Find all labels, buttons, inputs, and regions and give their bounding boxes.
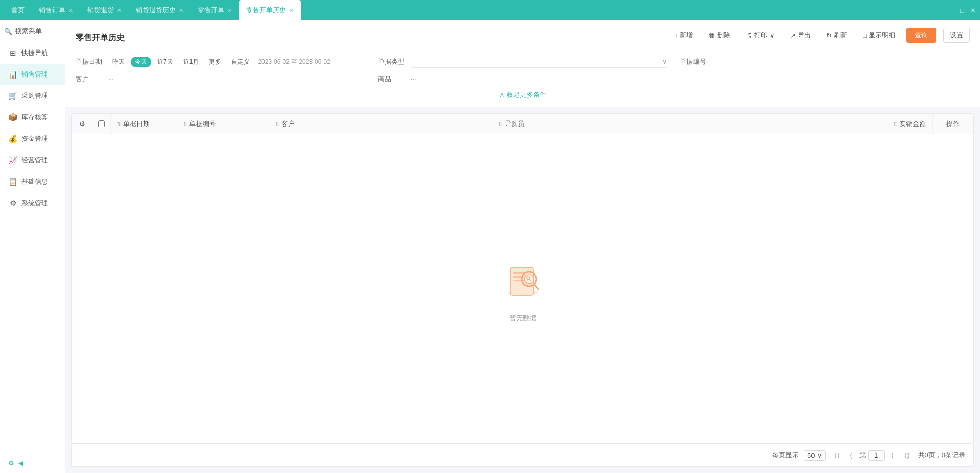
window-close[interactable]: ✕ (970, 7, 976, 14)
page-last-btn[interactable]: ⟩⟩ (901, 449, 913, 461)
sidebar-item-quick-nav[interactable]: ⊞ 快捷导航 (0, 42, 65, 64)
filter-doc-type-label: 单据类型 (378, 57, 407, 66)
page-current[interactable]: 1 (868, 450, 885, 461)
print-button[interactable]: 🖨 打印 ∨ (742, 29, 779, 42)
sort-customer-icon: ⇅ (275, 121, 279, 127)
date-range: 2023-06-02 至 2023-06-02 (258, 58, 330, 66)
print-icon: 🖨 (746, 32, 752, 39)
sort-guide-icon: ⇅ (498, 121, 503, 127)
sidebar-collapse-icon[interactable]: ◀ (18, 459, 23, 467)
tab-sales-return-history-close[interactable]: ✕ (179, 8, 183, 13)
date-btn-last7[interactable]: 近7天 (153, 57, 177, 67)
checkbox-icon: □ (863, 32, 867, 39)
content-area: 零售开单历史 + 新增 🗑 删除 🖨 打印 ∨ ↗ 导出 (65, 20, 980, 473)
sales-mgmt-icon: 📊 (8, 70, 17, 79)
th-date[interactable]: ⇅ 单据日期 (111, 114, 177, 134)
date-btn-more[interactable]: 更多 (205, 57, 225, 67)
th-settings[interactable]: ⚙ (72, 114, 92, 134)
th-customer[interactable]: ⇅ 客户 (269, 114, 492, 134)
page-prev-btn[interactable]: ⟨ (845, 449, 857, 461)
export-button-label: 导出 (798, 31, 811, 40)
tab-sales-return[interactable]: 销货退货 ✕ (80, 0, 129, 20)
tab-sales-return-history[interactable]: 销货退货历史 ✕ (129, 0, 190, 20)
filter-goods-input[interactable]: ··· (411, 73, 668, 85)
sidebar-item-purchase-mgmt[interactable]: 🛒 采购管理 (0, 85, 65, 107)
settings-button[interactable]: 设置 (943, 28, 970, 43)
page-size-arrow: ∨ (817, 452, 822, 459)
page-header: 零售开单历史 + 新增 🗑 删除 🖨 打印 ∨ ↗ 导出 (65, 20, 980, 48)
sidebar-search-inner[interactable]: 🔍 搜索采单 (4, 27, 61, 36)
tab-retail-open-close[interactable]: ✕ (227, 8, 232, 13)
query-button[interactable]: 查询 (906, 28, 936, 43)
page-nav: ⟨⟨ ⟨ 第 1 ⟩ ⟩⟩ (831, 449, 913, 461)
tab-sales-order[interactable]: 销售订单 ✕ (32, 0, 80, 20)
window-maximize[interactable]: □ (960, 7, 964, 14)
filter-goods: 商品 ··· (378, 73, 668, 85)
tab-retail-open-history-close[interactable]: ✕ (289, 8, 294, 13)
th-checkbox[interactable] (92, 114, 111, 134)
tab-retail-open[interactable]: 零售开单 ✕ (190, 0, 239, 20)
page-size-select[interactable]: 50 ∨ (804, 450, 825, 461)
display-detail-label: 显示明细 (869, 31, 895, 40)
tab-sales-return-close[interactable]: ✕ (117, 8, 122, 13)
th-customer-label: 客户 (281, 119, 295, 129)
sidebar-bottom[interactable]: ⚙ ◀ (0, 453, 65, 473)
settings-button-label: 设置 (950, 31, 963, 40)
th-spacer (543, 114, 871, 134)
sidebar-item-finance-label: 资金管理 (21, 134, 48, 143)
tab-home-label: 首页 (11, 6, 25, 15)
sort-date-icon: ⇅ (117, 121, 121, 127)
filter-customer: 客户 ··· (76, 73, 366, 85)
toolbar: + 新增 🗑 删除 🖨 打印 ∨ ↗ 导出 ↻ 刷新 (670, 28, 970, 48)
th-amount[interactable]: ⇅ 实销金额 (871, 114, 933, 134)
date-btn-yesterday[interactable]: 昨天 (108, 57, 129, 67)
basic-info-icon: 📋 (8, 177, 17, 186)
export-icon: ↗ (790, 32, 796, 39)
th-no[interactable]: ⇅ 单据编号 (177, 114, 269, 134)
select-all-checkbox[interactable] (98, 120, 105, 127)
date-btn-last-month[interactable]: 近1月 (179, 57, 203, 67)
new-button[interactable]: + 新增 (670, 29, 697, 42)
pagination-bar: 每页显示 50 ∨ ⟨⟨ ⟨ 第 1 ⟩ ⟩⟩ 共0页，0条记录 (71, 444, 974, 467)
inventory-icon: 📦 (8, 113, 17, 122)
th-no-label: 单据编号 (189, 119, 216, 129)
sidebar-item-finance[interactable]: 💰 资金管理 (0, 128, 65, 150)
page-first-btn[interactable]: ⟨⟨ (831, 449, 843, 461)
page-next-btn[interactable]: ⟩ (887, 449, 899, 461)
display-detail-button[interactable]: □ 显示明细 (858, 29, 899, 42)
filter-doc-no-input[interactable] (712, 60, 970, 64)
date-btn-custom[interactable]: 自定义 (227, 57, 254, 67)
th-action: 操作 (933, 114, 973, 134)
filter-customer-value: ··· (108, 75, 114, 83)
collapse-label: 收起更多条件 (507, 90, 546, 99)
refresh-button[interactable]: ↻ 刷新 (822, 29, 851, 42)
sidebar-item-basic-info[interactable]: 📋 基础信息 (0, 171, 65, 192)
filter-doc-type-select[interactable]: ∨ (411, 56, 668, 68)
export-button[interactable]: ↗ 导出 (786, 29, 815, 42)
sidebar-item-business[interactable]: 📈 经营管理 (0, 150, 65, 171)
page-size-value: 50 (807, 452, 815, 459)
date-btn-today[interactable]: 今天 (131, 57, 151, 67)
filter-customer-label: 客户 (76, 74, 104, 84)
print-arrow-icon: ∨ (770, 32, 775, 39)
delete-button[interactable]: 🗑 删除 (704, 29, 734, 42)
business-icon: 📈 (8, 156, 17, 165)
sidebar-item-system[interactable]: ⚙ 系统管理 (0, 192, 65, 214)
tab-home[interactable]: 首页 (4, 0, 32, 20)
tab-sales-order-label: 销售订单 (39, 6, 65, 15)
tab-retail-open-history[interactable]: 零售开单历史 ✕ (239, 0, 301, 20)
empty-state: 暂无数据 (72, 134, 973, 443)
filter-customer-input[interactable]: ··· (108, 73, 366, 85)
sidebar-item-business-label: 经营管理 (21, 156, 48, 165)
tab-sales-order-close[interactable]: ✕ (68, 8, 73, 13)
window-minimize[interactable]: — (947, 7, 954, 14)
quick-nav-icon: ⊞ (8, 48, 17, 58)
sidebar-item-sales-mgmt[interactable]: 📊 销售管理 (0, 64, 65, 85)
sidebar-item-inventory[interactable]: 📦 库存核算 (0, 107, 65, 128)
collapse-button[interactable]: ∧ 收起更多条件 (76, 90, 970, 99)
filter-doc-type: 单据类型 ∨ (378, 56, 668, 68)
sidebar-settings-icon[interactable]: ⚙ (8, 459, 14, 467)
th-guide[interactable]: ⇅ 导购员 (492, 114, 543, 134)
sidebar-search[interactable]: 🔍 搜索采单 (0, 20, 65, 42)
filter-doc-type-arrow: ∨ (662, 58, 667, 65)
